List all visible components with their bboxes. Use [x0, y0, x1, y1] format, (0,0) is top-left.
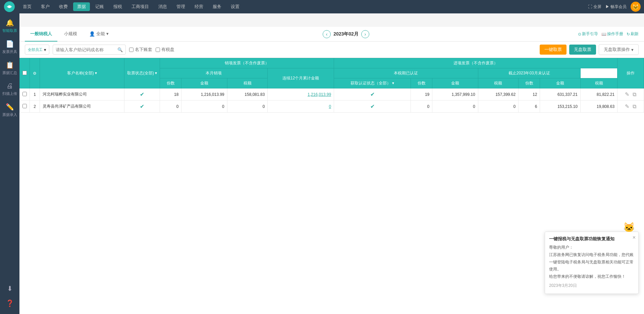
summary-icon: 📋 [6, 61, 14, 69]
name-account-checkbox[interactable]: 名下账套 [129, 47, 152, 53]
sidebar-item-label: 票据汇总 [2, 70, 17, 75]
guide-btn[interactable]: ⊙ 新手引导 [578, 31, 598, 37]
notification-close-btn[interactable]: × [633, 235, 636, 241]
filter-icon[interactable]: ▾ [155, 71, 157, 75]
nav-settings[interactable]: 设置 [227, 2, 244, 11]
smart-ticket-icon: 🔔 [6, 19, 14, 27]
edit-icon-1[interactable]: ✎ [625, 91, 629, 97]
row-company-1: 河北柯瑞桦实业有限公司 [40, 88, 124, 101]
copy-icon-2[interactable]: ⧉ [633, 104, 636, 109]
sidebar-item-summary[interactable]: 📋 票据汇总 [1, 58, 18, 78]
tab-all[interactable]: 👤 全能 ▾ [84, 27, 114, 42]
th-sales-group: 销项发票（不含作废票） [160, 58, 334, 68]
nav-home[interactable]: 首页 [19, 2, 36, 11]
chevron-down-icon: ▾ [106, 31, 109, 36]
row-uncert-amount-2: 153,215.10 [540, 101, 581, 113]
th-cert-count: 份数 [411, 78, 432, 88]
sidebar-item-download[interactable]: ⬇ [1, 282, 18, 295]
sidebar-item-entry[interactable]: ✏️ 票据录入 [1, 100, 18, 120]
row-uncert-amount-1: 631,337.21 [540, 88, 581, 101]
row-cert-amount-1: 1,357,999.10 [432, 88, 478, 101]
nav-tax[interactable]: 报税 [109, 2, 126, 11]
nav-manage[interactable]: 管理 [172, 2, 189, 11]
sidebar-item-smart-ticket[interactable]: 🔔 智能取票 [1, 16, 18, 36]
search-input[interactable] [56, 47, 116, 52]
row-checkbox-2[interactable] [22, 104, 27, 108]
sidebar-item-label: 智能取票 [2, 28, 17, 33]
row-uncert-count-2: 6 [519, 101, 540, 113]
row-cert-count-2: 0 [411, 101, 432, 113]
table-row: 1 河北柯瑞桦实业有限公司 ✔ 18 1,216,013.99 158,081.… [20, 88, 644, 101]
row-checkbox-1[interactable] [22, 92, 27, 96]
action-bar: 全部员工 ▾ 🔍 名下账套 有税盘 一键取票 无盘取票 无盘取票操作 ▾ [19, 42, 644, 58]
settings-icon[interactable]: ⚙ [33, 71, 37, 76]
sidebar: 🔔 智能取票 📄 发票开具 📋 票据汇总 🖨 扫描上传 ✏️ 票据录入 ⬇ ❓ [0, 13, 19, 314]
row-12month-1[interactable]: 1,216,013.99 [308, 92, 331, 97]
help-icon: ❓ [6, 299, 14, 307]
cert-status-icon-2: ✔ [370, 104, 375, 109]
search-wrap: 🔍 [53, 45, 126, 55]
nav-items: 首页 客户 收费 票据 记账 报税 工商项目 消息 管理 经营 服务 设置 [19, 2, 588, 11]
filter-icon[interactable]: ▾ [392, 81, 394, 85]
employee-filter[interactable]: 全部员工 ▾ [25, 45, 49, 55]
th-sales-month: 本月销项 [160, 68, 268, 78]
row-uncert-tax-1: 81,822.21 [580, 88, 617, 101]
nav-customer[interactable]: 客户 [37, 2, 54, 11]
user-icon: 👤 [89, 31, 95, 37]
nav-business[interactable]: 工商项目 [127, 2, 153, 11]
tab-general-taxpayer[interactable]: 一般纳税人 [25, 27, 57, 42]
vip-btn[interactable]: ▶ 畅享会员 [605, 4, 627, 10]
name-account-check[interactable] [129, 48, 133, 52]
sidebar-item-invoice[interactable]: 📄 发票开具 [1, 37, 18, 57]
next-month-btn[interactable]: › [361, 30, 369, 38]
search-icon[interactable]: 🔍 [117, 47, 123, 52]
row-sales-count-1: 18 [160, 88, 181, 101]
tax-disk-checkbox[interactable]: 有税盘 [156, 47, 174, 53]
refresh-btn[interactable]: ↻ 刷新 [627, 31, 639, 37]
nav-operation[interactable]: 经营 [191, 2, 207, 11]
logo [3, 1, 15, 13]
th-sales-amount: 金额 [181, 78, 227, 88]
row-no-2: 2 [30, 101, 40, 113]
row-sales-tax-1: 158,081.83 [227, 88, 268, 101]
sidebar-item-help[interactable]: ❓ [1, 297, 18, 310]
nav-messages[interactable]: 消息 [154, 2, 171, 11]
row-uncert-tax-2: 19,808.63 [580, 101, 617, 113]
no-disk-btn[interactable]: 无盘取票 [569, 45, 596, 55]
scan-icon: 🖨 [6, 82, 13, 90]
manual-btn[interactable]: 📖 操作手册 [601, 31, 623, 37]
avatar[interactable]: 🐱 [631, 2, 641, 12]
filter-icon[interactable]: ▾ [95, 71, 97, 75]
sidebar-item-scan[interactable]: 🖨 扫描上传 [1, 79, 18, 99]
row-uncert-count-1: 12 [519, 88, 540, 101]
fullscreen-btn[interactable]: ⛶ 全屏 [588, 4, 601, 10]
row-cert-amount-2: 0 [432, 101, 478, 113]
sidebar-bottom: ⬇ ❓ [1, 282, 18, 314]
svg-point-1 [8, 5, 11, 8]
notification-popup: 🐱 × 一键报税与无盘取票功能恢复通知 尊敬的用户： 江苏政务网已恢复访问电子税… [545, 232, 639, 294]
th-purchase-cert: 本税期已认证 [334, 68, 478, 78]
tax-disk-check[interactable] [156, 48, 160, 52]
nav-service[interactable]: 服务 [209, 2, 225, 11]
th-status: 取票状态(全部) ▾ [124, 58, 160, 88]
nav-tickets[interactable]: 票据 [73, 2, 90, 11]
nav-billing[interactable]: 收费 [55, 2, 72, 11]
select-all-checkbox[interactable] [22, 71, 27, 75]
row-no-1: 1 [30, 88, 40, 101]
nav-bookkeeping[interactable]: 记账 [91, 2, 108, 11]
prev-month-btn[interactable]: ‹ [323, 30, 331, 38]
entry-icon: ✏️ [6, 103, 14, 111]
row-cert-count-1: 19 [411, 88, 432, 101]
copy-icon-1[interactable]: ⧉ [633, 91, 636, 97]
th-sales-12month: 连续12个月累计金额 [268, 68, 334, 88]
current-month: 2023年02月 [333, 31, 359, 37]
main-table: ⚙ 客户名称(全部) ▾ 取票状态(全部) ▾ 销项发票（不含作废票） 进项发票… [19, 58, 644, 113]
tab-small-scale[interactable]: 小规模 [59, 27, 83, 42]
edit-icon-2[interactable]: ✎ [625, 104, 629, 109]
no-disk-ops-btn[interactable]: 无盘取票操作 ▾ [599, 44, 639, 55]
row-12month-2[interactable]: 0 [329, 104, 331, 109]
row-sales-tax-2: 0 [227, 101, 268, 113]
one-click-btn[interactable]: 一键取票 [540, 45, 567, 55]
row-sales-amount-2: 0 [181, 101, 227, 113]
notification-title: 一键报税与无盘取票功能恢复通知 [549, 236, 634, 242]
